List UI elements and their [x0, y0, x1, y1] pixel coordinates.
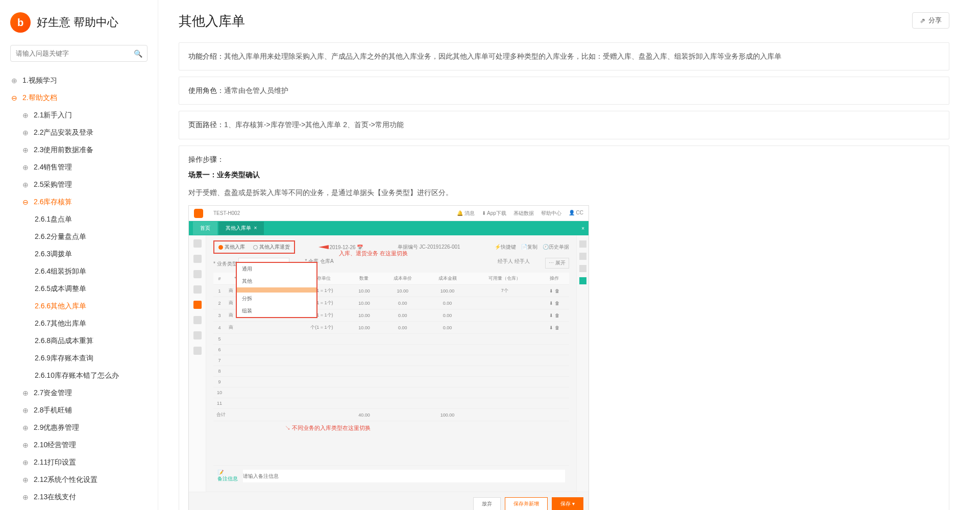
- ss-radio-group[interactable]: 其他入库 其他入库退货: [213, 240, 295, 254]
- ss-tab-doc[interactable]: 其他入库单 ×: [218, 222, 264, 235]
- ss-nav-icon[interactable]: [193, 347, 202, 355]
- nav-label: 2.5采购管理: [34, 180, 72, 189]
- nav-item[interactable]: ⊖2.帮助文档: [10, 89, 148, 107]
- save-button[interactable]: 保存 ▾: [552, 497, 583, 510]
- nav-item[interactable]: ⊕2.2产品安装及登录: [10, 124, 148, 141]
- ss-nav-icon[interactable]: [193, 316, 202, 324]
- nav-label: 2.8手机旺铺: [34, 406, 72, 415]
- nav-label: 2.13在线支付: [34, 493, 76, 502]
- radio-icon: [218, 245, 223, 250]
- ss-nav-icon[interactable]: [193, 331, 202, 339]
- table-row[interactable]: 11: [213, 398, 569, 409]
- table-row[interactable]: 10: [213, 387, 569, 398]
- ss-header-link[interactable]: 基础数据: [513, 210, 534, 217]
- ss-header-actions: 🔔 消息 ⬇ App下载 基础数据 帮助中心 👤 CC: [457, 210, 583, 217]
- intro-box: 功能介绍：其他入库单用来处理除采购入库、产成品入库之外的其他入库业务，因此其他入…: [179, 42, 949, 70]
- ss-nav-icon[interactable]: [193, 285, 202, 294]
- dropdown-option[interactable]: 其他: [237, 275, 316, 287]
- scene1-text: 对于受赠、盘盈或是拆装入库等不同的业务，是通过单据头【业务类型】进行区分。: [188, 186, 940, 200]
- nav-item[interactable]: 2.6.7其他出库单: [10, 315, 148, 332]
- save-new-button[interactable]: 保存并新增: [505, 497, 548, 510]
- ss-header-link[interactable]: 帮助中心: [541, 210, 561, 217]
- note-icon: 📝备注信息: [217, 470, 238, 482]
- nav-label: 2.10经营管理: [34, 441, 76, 450]
- radio-icon: [253, 245, 258, 250]
- intro-label: 功能介绍：: [188, 52, 224, 60]
- page-title: 其他入库单: [179, 12, 245, 30]
- nav-item[interactable]: 2.6.8商品成本重算: [10, 332, 148, 350]
- nav-label: 2.6.1盘点单: [35, 215, 72, 224]
- search-input[interactable]: [10, 45, 148, 62]
- nav-item[interactable]: 2.6.4组装拆卸单: [10, 263, 148, 280]
- nav-label: 2.1新手入门: [34, 111, 72, 120]
- history-link[interactable]: 🕘历史单据: [543, 244, 569, 251]
- ss-nav-icon[interactable]: [193, 301, 202, 309]
- quick-link[interactable]: ⚡快捷键: [495, 244, 516, 251]
- nav-item[interactable]: 2.6.6其他入库单: [10, 298, 148, 315]
- nav-item[interactable]: ⊕2.3使用前数据准备: [10, 141, 148, 159]
- table-row[interactable]: 8: [213, 366, 569, 377]
- discard-button[interactable]: 放弃: [473, 497, 501, 510]
- expand-icon: ⊕: [21, 406, 30, 415]
- radio-label-return: 其他入库退货: [259, 244, 290, 250]
- nav-item[interactable]: ⊕2.5采购管理: [10, 176, 148, 193]
- nav-item[interactable]: 2.6.10库存账本错了怎么办: [10, 367, 148, 384]
- biztype-dropdown: 通用 其他 分拆 组装: [236, 262, 317, 318]
- nav-item[interactable]: ⊕2.9优惠券管理: [10, 419, 148, 436]
- brand-logo: b 好生意 帮助中心: [10, 12, 148, 33]
- dropdown-option[interactable]: 组装: [237, 305, 316, 317]
- nav-item[interactable]: 2.6.3调拨单: [10, 246, 148, 263]
- table-row[interactable]: 7: [213, 355, 569, 366]
- ss-nav-icon[interactable]: [193, 255, 202, 263]
- dropdown-option[interactable]: [237, 287, 316, 293]
- nav-item[interactable]: 2.6.2分量盘点单: [10, 228, 148, 246]
- nav-item[interactable]: ⊕1.视频学习: [10, 72, 148, 89]
- dropdown-option[interactable]: 分拆: [237, 293, 316, 305]
- nav-tree: ⊕1.视频学习⊖2.帮助文档⊕2.1新手入门⊕2.2产品安装及登录⊕2.3使用前…: [10, 72, 148, 510]
- nav-item[interactable]: ⊕2.7资金管理: [10, 384, 148, 402]
- ss-header-link[interactable]: ⬇ App下载: [482, 210, 506, 217]
- table-row[interactable]: 9: [213, 377, 569, 387]
- table-row[interactable]: 5: [213, 334, 569, 345]
- right-tool-icon[interactable]: [579, 265, 586, 272]
- nav-item[interactable]: 2.6.1盘点单: [10, 211, 148, 228]
- search-icon[interactable]: 🔍: [134, 50, 142, 58]
- ss-avatar[interactable]: 👤 CC: [569, 210, 583, 217]
- collapse-icon: ⊖: [21, 198, 30, 206]
- note-input[interactable]: [243, 470, 565, 482]
- ss-header-link[interactable]: 🔔 消息: [457, 210, 475, 217]
- ss-tab-close-all[interactable]: ×: [581, 226, 584, 231]
- nav-item[interactable]: ⊖2.6库存核算: [10, 193, 148, 211]
- dropdown-option[interactable]: 通用: [237, 263, 316, 275]
- nav-item[interactable]: ⊕2.1新手入门: [10, 107, 148, 124]
- ss-footer-actions: 放弃 保存并新增 保存 ▾: [189, 492, 589, 510]
- right-tool-icon[interactable]: [579, 277, 586, 284]
- nav-item[interactable]: 2.6.5成本调整单: [10, 280, 148, 298]
- nav-item[interactable]: 2.6.9库存账本查询: [10, 350, 148, 367]
- share-button[interactable]: ⇗ 分享: [912, 12, 949, 29]
- nav-item[interactable]: ⊕2.12系统个性化设置: [10, 471, 148, 489]
- doc-no-label: 单据编号: [398, 244, 418, 250]
- right-tool-icon[interactable]: [579, 253, 586, 260]
- table-row[interactable]: 4商个(1 = 1个)10.000.000.00⬇ 🗑: [213, 322, 569, 334]
- nav-item[interactable]: ⊕2.14常见问题: [10, 506, 148, 510]
- table-row[interactable]: 6: [213, 345, 569, 355]
- nav-item[interactable]: ⊕2.13在线支付: [10, 489, 148, 506]
- ss-nav-icon[interactable]: [193, 239, 202, 248]
- nav-item[interactable]: ⊕2.8手机旺铺: [10, 402, 148, 419]
- expand-icon: ⊕: [21, 441, 30, 449]
- nav-item[interactable]: ⊕2.4销售管理: [10, 159, 148, 176]
- nav-item[interactable]: ⊕2.11打印设置: [10, 454, 148, 471]
- expand-toggle[interactable]: ⋯ 展开: [545, 258, 569, 269]
- nav-item[interactable]: ⊕2.10经营管理: [10, 436, 148, 454]
- annotation-2: ↘ 不同业务的入库类型在这里切换: [285, 424, 371, 432]
- nav-label: 2.3使用前数据准备: [34, 145, 93, 155]
- note-row: 📝备注信息: [213, 465, 569, 487]
- copy-link[interactable]: 📄复制: [521, 244, 537, 251]
- ss-nav-icon[interactable]: [193, 270, 202, 278]
- share-label: 分享: [928, 16, 942, 25]
- nav-label: 2.11打印设置: [34, 458, 76, 467]
- right-tool-icon[interactable]: [579, 240, 586, 248]
- nav-label: 2.7资金管理: [34, 388, 72, 398]
- ss-tab-home[interactable]: 首页: [193, 222, 217, 235]
